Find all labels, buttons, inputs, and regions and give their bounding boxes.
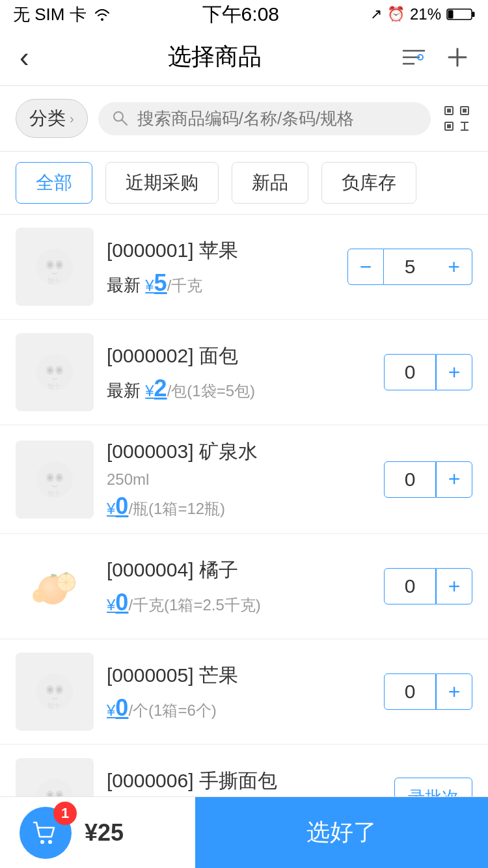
svg-text:智十: 智十	[47, 383, 61, 390]
location-icon: ↗	[370, 6, 382, 23]
currency-symbol: ¥	[145, 382, 154, 400]
search-icon	[111, 109, 129, 128]
status-right: ↗ ⏰ 21%	[370, 5, 475, 23]
product-price: ¥0/瓶(1箱=12瓶)	[107, 493, 371, 520]
currency-symbol: ¥	[107, 701, 115, 719]
category-button[interactable]: 分类 ›	[16, 99, 88, 138]
back-button[interactable]: ‹	[20, 41, 29, 74]
price-value: 0	[115, 694, 128, 721]
wifi-icon	[93, 8, 111, 21]
svg-point-30	[57, 368, 61, 372]
currency-symbol: ¥	[107, 596, 115, 614]
quantity-control: +	[384, 568, 472, 604]
confirm-button[interactable]: 选好了	[195, 797, 488, 869]
owl-logo: 智十	[32, 349, 77, 395]
svg-point-72	[48, 840, 52, 844]
search-input-wrap	[98, 102, 431, 135]
quantity-control: +	[384, 673, 472, 710]
product-image: 智十	[16, 653, 94, 731]
owl-logo: 智十	[32, 457, 77, 502]
search-input[interactable]	[137, 109, 418, 129]
svg-text:智十: 智十	[47, 277, 61, 284]
product-info: [0000004] 橘子 ¥0/千克(1箱=2.5千克)	[107, 557, 371, 616]
price-value: 2	[154, 375, 167, 401]
price-value: 5	[154, 269, 167, 296]
svg-point-24	[57, 263, 61, 267]
product-price: 最新 ¥5/千克	[107, 269, 334, 297]
list-item: 智十 [0000003] 矿泉水 250ml ¥0/瓶(1箱=12瓶) +	[0, 426, 488, 533]
quantity-input[interactable]	[384, 673, 436, 710]
svg-point-23	[48, 263, 52, 267]
nav-actions	[401, 46, 468, 69]
price-unit: /个(1箱=6个)	[128, 701, 216, 719]
product-info: [0000002] 面包 最新 ¥2/包(1袋=5包)	[107, 343, 371, 402]
tab-all[interactable]: 全部	[16, 162, 92, 204]
svg-rect-2	[448, 10, 453, 19]
product-info: [0000001] 苹果 最新 ¥5/千克	[107, 237, 334, 297]
quantity-plus-button[interactable]: +	[436, 249, 472, 285]
svg-point-52	[64, 580, 68, 584]
search-bar: 分类 ›	[0, 86, 488, 152]
cart-icon	[31, 820, 60, 846]
page-title: 选择商品	[168, 41, 262, 73]
battery-icon	[446, 7, 475, 21]
currency-symbol: ¥	[145, 277, 154, 294]
product-list: 智十 [0000001] 苹果 最新 ¥5/千克 − + 智十	[0, 215, 488, 868]
product-name: [0000005] 芒果	[107, 662, 371, 689]
svg-point-58	[57, 688, 61, 692]
svg-rect-15	[463, 109, 467, 113]
chevron-right-icon: ›	[70, 111, 74, 126]
product-price: 最新 ¥2/包(1袋=5包)	[107, 375, 371, 402]
svg-point-29	[48, 368, 52, 372]
product-price: ¥0/千克(1箱=2.5千克)	[107, 589, 371, 616]
product-info: [0000005] 芒果 ¥0/个(1箱=6个)	[107, 662, 371, 722]
price-value: 0	[115, 589, 128, 616]
oranges-illustration	[32, 563, 77, 609]
price-unit: /包(1袋=5包)	[167, 382, 255, 400]
svg-line-10	[122, 120, 127, 126]
quantity-input[interactable]	[384, 568, 436, 604]
product-image	[16, 547, 94, 625]
price-unit: /千克	[167, 277, 203, 294]
quantity-plus-button[interactable]: +	[436, 568, 472, 604]
tab-new[interactable]: 新品	[232, 162, 308, 204]
svg-rect-1	[472, 12, 474, 17]
currency-symbol: ¥	[107, 500, 115, 517]
product-price: ¥0/个(1箱=6个)	[107, 694, 371, 722]
price-label: 最新	[107, 381, 145, 400]
list-item: [0000004] 橘子 ¥0/千克(1箱=2.5千克) +	[0, 534, 488, 638]
cart-button[interactable]: 1	[20, 807, 72, 859]
cart-badge: 1	[53, 802, 77, 825]
quantity-plus-button[interactable]: +	[436, 673, 472, 710]
product-name: [0000001] 苹果	[107, 237, 334, 264]
nav-bar: ‹ 选择商品	[0, 29, 488, 86]
quantity-plus-button[interactable]: +	[436, 354, 472, 390]
tab-recent[interactable]: 近期采购	[105, 162, 219, 204]
scan-button[interactable]	[441, 103, 472, 134]
quantity-input[interactable]	[384, 249, 436, 285]
list-item: 智十 [0000001] 苹果 最新 ¥5/千克 − +	[0, 215, 488, 319]
svg-text:智十: 智十	[47, 490, 61, 497]
filter-icon[interactable]	[401, 46, 427, 69]
product-spec: 250ml	[107, 470, 371, 489]
alarm-icon: ⏰	[387, 6, 405, 23]
category-label: 分类	[29, 106, 66, 131]
add-icon[interactable]	[446, 46, 468, 68]
svg-point-71	[40, 840, 44, 844]
quantity-input[interactable]	[384, 461, 436, 498]
product-name: [0000003] 矿泉水	[107, 439, 371, 465]
tab-negative[interactable]: 负库存	[321, 162, 416, 204]
price-unit: /千克(1箱=2.5千克)	[128, 596, 260, 614]
quantity-input[interactable]	[384, 354, 436, 390]
filter-tabs: 全部 近期采购 新品 负库存	[0, 152, 488, 215]
quantity-minus-button[interactable]: −	[347, 249, 384, 285]
carrier-text: 无 SIM 卡	[13, 3, 87, 26]
status-bar: 无 SIM 卡 下午6:08 ↗ ⏰ 21%	[0, 0, 488, 29]
cart-total: ¥25	[85, 819, 124, 847]
quantity-control: − +	[347, 249, 472, 285]
owl-logo: 智十	[32, 669, 77, 714]
svg-rect-14	[447, 109, 451, 113]
quantity-plus-button[interactable]: +	[436, 461, 472, 498]
product-name: [0000006] 手撕面包	[107, 768, 381, 794]
svg-point-35	[48, 476, 52, 480]
